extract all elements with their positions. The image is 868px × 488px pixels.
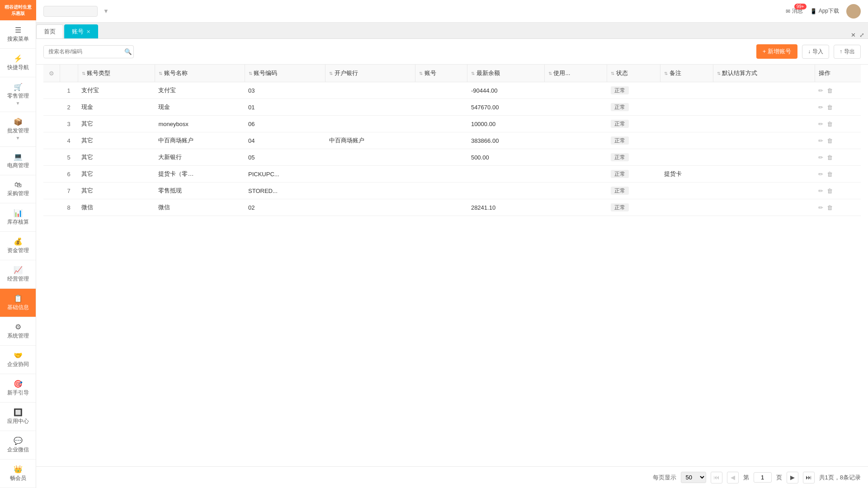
sidebar-item-ecommerce-mgmt[interactable]: 💻 电商管理 (0, 147, 36, 175)
sidebar-item-label: 基础信息 (2, 304, 33, 311)
edit-button[interactable]: ✏ (818, 154, 823, 161)
tab-account-close[interactable]: ✕ (86, 29, 90, 35)
col-bank[interactable]: ⇅ 开户银行 (326, 65, 415, 82)
total-label: 共1页，8条记录 (819, 474, 861, 482)
sidebar-item-app-center[interactable]: 🔲 应用中心 (0, 403, 36, 431)
sidebar-item-enterprise-wechat[interactable]: 💬 企业微信 (0, 431, 36, 460)
edit-button[interactable]: ✏ (818, 204, 823, 211)
row-account-no (415, 183, 467, 199)
row-actions: ✏ 🗑 (815, 183, 861, 199)
search-menu-icon: ☰ (2, 26, 33, 34)
sidebar-item-operations-mgmt[interactable]: 📈 经营管理 (0, 260, 36, 289)
col-usage[interactable]: ⇅ 使用... (544, 65, 607, 82)
edit-button[interactable]: ✏ (818, 121, 823, 127)
row-notes (660, 183, 713, 199)
retail-icon: 🛒 (2, 83, 33, 91)
sidebar-item-search-menu[interactable]: ☰ 搜索菜单 (0, 20, 36, 49)
row-actions: ✏ 🗑 (815, 99, 861, 116)
system-icon: ⚙ (2, 323, 33, 331)
edit-button[interactable]: ✏ (818, 188, 823, 194)
tab-home[interactable]: 首页 (36, 24, 63, 38)
sidebar-item-enterprise-agreement[interactable]: 🤝 企业协同 (0, 346, 36, 374)
sidebar-item-capital-mgmt[interactable]: 💰 资金管理 (0, 232, 36, 260)
col-notes[interactable]: ⇅ 备注 (660, 65, 713, 82)
prev-page-button[interactable]: ◀ (727, 472, 739, 483)
content-toolbar: 🔍 + 新增账号 ↓ 导入 ↑ 导出 (36, 39, 868, 65)
export-button[interactable]: ↑ 导出 (834, 45, 861, 59)
col-account-no[interactable]: ⇅ 账号 (415, 65, 467, 82)
row-bank (326, 116, 415, 132)
sidebar-item-label: 电商管理 (2, 162, 33, 169)
import-button[interactable]: ↓ 导入 (802, 45, 829, 59)
col-account-type[interactable]: ⇅ 账号类型 (78, 65, 155, 82)
edit-button[interactable]: ✏ (818, 104, 823, 111)
col-latest-balance[interactable]: ⇅ 最新余额 (467, 65, 544, 82)
delete-button[interactable]: 🗑 (827, 121, 833, 127)
delete-button[interactable]: 🗑 (827, 137, 833, 144)
row-latest-balance: 28241.10 (467, 199, 544, 216)
app-center-icon: 🔲 (2, 408, 33, 417)
edit-button[interactable]: ✏ (818, 87, 823, 94)
row-bank (326, 166, 415, 183)
per-page-select[interactable]: 50 100 200 (681, 472, 706, 483)
per-page-label: 每页显示 (653, 474, 676, 482)
add-account-button[interactable]: + 新增账号 (756, 44, 797, 59)
row-setting (43, 149, 60, 166)
topbar-dropdown-icon[interactable]: ▼ (103, 8, 109, 14)
row-usage (544, 82, 607, 99)
tab-home-label: 首页 (44, 28, 56, 36)
last-page-button[interactable]: ⏭ (803, 472, 815, 483)
col-default-settlement[interactable]: ⇅ 默认结算方式 (713, 65, 815, 82)
edit-button[interactable]: ✏ (818, 137, 823, 144)
table-wrapper: ⚙ ⇅ 账号类型 ⇅ 账号名称 ⇅ 账号编码 ⇅ 开户银行 ⇅ 账号 ⇅ 最新余… (36, 65, 868, 466)
delete-button[interactable]: 🗑 (827, 104, 833, 111)
sidebar-item-label: 畅会员 (2, 474, 33, 482)
search-button[interactable]: 🔍 (121, 46, 134, 58)
sidebar-item-vip-member[interactable]: 👑 畅会员 (0, 460, 36, 488)
delete-button[interactable]: 🗑 (827, 188, 833, 194)
row-account-name: 中百商场账户 (155, 132, 245, 149)
col-status[interactable]: ⇅ 状态 (607, 65, 660, 82)
delete-button[interactable]: 🗑 (827, 204, 833, 211)
row-bank: 中百商场账户 (326, 132, 415, 149)
table-row: 4 其它 中百商场账户 04 中百商场账户 383866.00 正常 ✏ 🗑 (43, 132, 861, 149)
row-account-type: 其它 (78, 132, 155, 149)
first-page-button[interactable]: ⏮ (711, 472, 722, 483)
message-icon: ✉ (786, 8, 790, 14)
delete-button[interactable]: 🗑 (827, 87, 833, 94)
sidebar-item-quick-nav[interactable]: ⚡ 快捷导航 (0, 49, 36, 77)
window-close-btn[interactable]: ✕ (851, 32, 856, 38)
sidebar-item-wholesale-mgmt[interactable]: 📦 批发管理 ▼ (0, 112, 36, 147)
row-num: 3 (60, 116, 78, 132)
tab-account[interactable]: 账号 ✕ (64, 24, 98, 38)
app-download-button[interactable]: 📱 App下载 (810, 7, 839, 15)
row-account-code: STORED... (245, 183, 326, 199)
user-avatar[interactable] (846, 4, 861, 19)
row-setting (43, 116, 60, 132)
page-input[interactable] (754, 472, 772, 483)
delete-button[interactable]: 🗑 (827, 154, 833, 161)
next-page-button[interactable]: ▶ (787, 472, 798, 483)
table-row: 6 其它 提货卡（零… PICKUPC... 正常 提货卡 ✏ 🗑 (43, 166, 861, 183)
sidebar-item-system-mgmt[interactable]: ⚙ 系统管理 (0, 317, 36, 346)
col-setting[interactable]: ⚙ (43, 65, 60, 82)
topbar-search-input[interactable] (43, 6, 98, 17)
window-maximize-btn[interactable]: ⤢ (859, 32, 864, 38)
row-account-code: 01 (245, 99, 326, 116)
delete-button[interactable]: 🗑 (827, 171, 833, 178)
vip-icon: 👑 (2, 465, 33, 474)
col-account-code[interactable]: ⇅ 账号编码 (245, 65, 326, 82)
import-label: 导入 (812, 48, 823, 56)
sidebar-item-basic-info[interactable]: 📋 基础信息 (0, 289, 36, 317)
row-account-code: PICKUPC... (245, 166, 326, 183)
row-setting (43, 82, 60, 99)
sidebar-item-inventory[interactable]: 📊 库存核算 (0, 203, 36, 232)
sidebar-item-purchase-mgmt[interactable]: 🛍 采购管理 (0, 175, 36, 203)
col-account-name[interactable]: ⇅ 账号名称 (155, 65, 245, 82)
message-button[interactable]: ✉ 消息 99+ (786, 7, 803, 15)
edit-button[interactable]: ✏ (818, 171, 823, 178)
sidebar-item-retail-mgmt[interactable]: 🛒 零售管理 ▼ (0, 77, 36, 112)
search-input[interactable] (44, 46, 121, 57)
row-notes (660, 199, 713, 216)
sidebar-item-new-guide[interactable]: 🎯 新手引导 (0, 374, 36, 403)
